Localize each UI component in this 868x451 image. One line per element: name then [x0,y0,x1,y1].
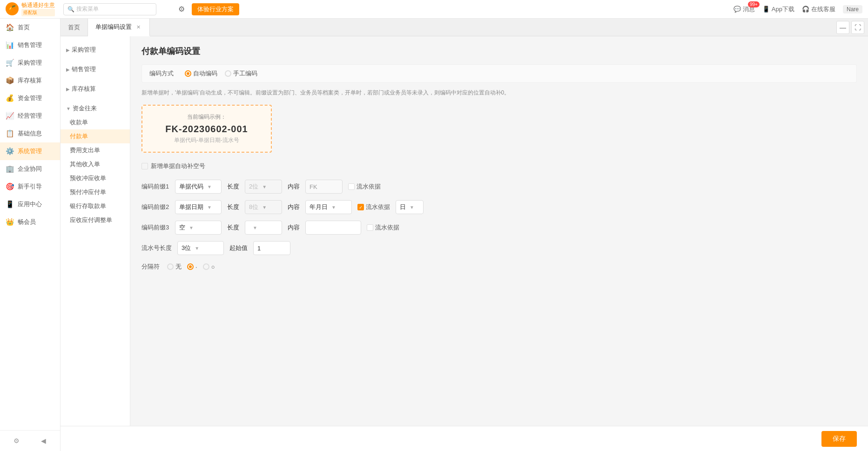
tab-maximize-btn[interactable]: ⛶ [851,21,864,34]
manual-encoding-label: 手工编码 [233,69,257,78]
prefix2-content-select[interactable]: 年月日 ▼ [305,200,352,214]
prefix1-stream-check[interactable]: 流水依据 [348,182,381,191]
serial-start-label: 起始值 [229,244,248,252]
sidebar-item-member[interactable]: 👑 畅会员 [0,213,60,231]
tab-encoding-label: 单据编码设置 [95,23,132,31]
separator-dot[interactable]: · [187,263,197,270]
logo-text-wrap: 畅通通好生意 搭配版 [21,2,55,16]
prefix1-stream-checkbox[interactable] [348,183,355,190]
sidebar-item-enterprise[interactable]: 🏢 企业协同 [0,160,60,178]
subnav-expense[interactable]: 费用支出单 [61,143,130,157]
save-button[interactable]: 保存 [821,431,857,447]
search-placeholder: 搜索菜单 [76,5,99,13]
auto-fill-label: 新增单据自动补空号 [151,162,205,170]
separator-label: 分隔符 [141,263,160,271]
prefix3-stream-check[interactable]: 流水依据 [367,223,399,232]
tabs-actions: — ⛶ [833,21,868,34]
auto-encoding-radio[interactable] [185,70,191,77]
inventory-icon: 📦 [6,76,14,85]
separator-none-radio[interactable] [167,263,174,270]
subnav-sales-header[interactable]: ▶ 销售管理 [61,62,130,76]
trial-button[interactable]: 体验行业方案 [192,3,239,15]
encoding-method-row: 编码方式 自动编码 手工编码 [141,64,857,83]
apps-icon: 📱 [6,200,14,209]
sidebar-item-inventory[interactable]: 📦 库存核算 [0,72,60,89]
subnav-inventory-header[interactable]: ▶ 库存核算 [61,82,130,96]
user-menu[interactable]: Nare [843,5,862,13]
separator-circle-radio[interactable] [203,263,209,270]
prefix2-day-select[interactable]: 日 ▼ [396,200,424,214]
message-badge: 99+ [748,1,760,7]
tab-encoding-close[interactable]: ✕ [135,23,142,31]
sidebar-settings-btn[interactable]: ⚙ [4,434,29,447]
member-icon: 👑 [6,218,14,226]
main-layout: 🏠 首页 📊 销售管理 🛒 采购管理 📦 库存核算 💰 资金管理 📈 经营管理 … [0,19,868,451]
manual-encoding-option[interactable]: 手工编码 [225,69,257,78]
separator-circle-label: ○ [211,263,215,270]
sidebar-item-finance[interactable]: 💰 资金管理 [0,89,60,107]
middle-layout: ▶ 采购管理 ▶ 销售管理 ▶ 库存核算 [61,36,868,426]
preview-code: FK-20230602-001 [165,124,248,135]
serial-length-select[interactable]: 3位 ▼ [177,241,224,255]
prefix1-value-select[interactable]: 单据代码 ▼ [175,180,222,194]
prefix2-stream-checkbox[interactable]: ✓ [357,204,364,210]
sidebar-item-sales[interactable]: 📊 销售管理 [0,36,60,54]
auto-fill-checkbox[interactable] [141,163,148,169]
subnav-adjust[interactable]: 应收应付调整单 [61,213,130,227]
auto-encoding-option[interactable]: 自动编码 [185,69,217,78]
separator-none[interactable]: 无 [167,263,182,271]
prefix3-content-input[interactable] [305,221,361,235]
separator-circle[interactable]: ○ [203,263,215,270]
sidebar-label-operations: 经营管理 [18,112,42,120]
tab-encoding[interactable]: 单据编码设置 ✕ [88,19,150,36]
encoding-radio-group: 自动编码 手工编码 [185,69,257,78]
serial-start-input[interactable]: 1 [253,241,290,255]
download-button[interactable]: 📱 App下载 [762,5,794,13]
auto-fill-row: 新增单据自动补空号 [141,162,857,170]
prefix3-length-label: 长度 [227,223,239,232]
sidebar-collapse-btn[interactable]: ◀ [31,434,57,447]
tab-home[interactable]: 首页 [61,19,88,36]
prefix2-stream-check[interactable]: ✓ 流水依据 [357,203,390,211]
sidebar-item-system[interactable]: ⚙️ 系统管理 [0,142,60,160]
subnav-bank[interactable]: 银行存取款单 [61,199,130,213]
subnav-payments[interactable]: 付款单 [61,129,130,143]
prefix3-length-select[interactable]: ▼ [245,221,282,235]
sidebar-item-purchase[interactable]: 🛒 采购管理 [0,54,60,72]
prefix2-length-select: 8位 ▼ [245,200,282,214]
prefix1-length-label: 长度 [227,182,239,191]
tab-home-label: 首页 [68,23,80,32]
message-button[interactable]: 💬 消息 99+ [733,5,755,13]
search-bar[interactable]: 🔍 搜索菜单 [63,3,156,15]
page-title: 付款单编码设置 [141,46,857,57]
sidebar-item-operations[interactable]: 📈 经营管理 [0,107,60,125]
subnav-receipts[interactable]: 收款单 [61,115,130,129]
prefix2-value-select[interactable]: 单据日期 ▼ [175,200,222,214]
prefix3-value-select[interactable]: 空 ▼ [175,221,222,235]
manual-encoding-radio[interactable] [225,70,231,77]
prefix1-arrow-icon: ▼ [207,184,212,189]
sidebar-item-basic[interactable]: 📋 基础信息 [0,125,60,142]
settings-icon[interactable]: ⚙ [175,3,188,16]
subnav-funds-header[interactable]: ▼ 资金往来 [61,101,130,115]
message-icon: 💬 [733,6,741,13]
subnav-prepay-receivable[interactable]: 预收冲应收单 [61,171,130,185]
bottom-bar: 保存 [61,426,868,451]
separator-none-label: 无 [175,263,182,271]
prefix3-stream-checkbox[interactable] [367,224,373,231]
finance-icon: 💰 [6,94,14,102]
logo-text: 畅通通好生意 [21,2,55,8]
subnav-purchase-header[interactable]: ▶ 采购管理 [61,43,130,57]
sidebar-item-home[interactable]: 🏠 首页 [0,19,60,36]
subnav-inventory-label: 库存核算 [72,85,96,93]
prefix3-content-label: 内容 [288,223,300,232]
separator-dot-radio[interactable] [187,263,194,270]
service-button[interactable]: 🎧 在线客服 [802,5,835,13]
sidebar-label-purchase: 采购管理 [18,59,42,67]
subnav-other-income[interactable]: 其他收入单 [61,157,130,171]
sidebar-item-guide[interactable]: 🎯 新手引导 [0,178,60,195]
subnav-prepay-payable[interactable]: 预付冲应付单 [61,185,130,199]
serial-length-text: 3位 [182,244,191,252]
tab-minimize-btn[interactable]: — [836,21,849,34]
sidebar-item-apps[interactable]: 📱 应用中心 [0,195,60,213]
